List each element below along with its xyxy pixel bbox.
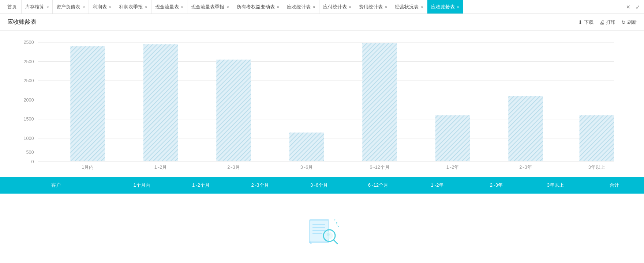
svg-text:6~12个月: 6~12个月 <box>370 165 389 170</box>
tab-close-ar-aging[interactable]: × <box>457 5 459 9</box>
tab-cashflow[interactable]: 现金流量表 × <box>151 0 187 14</box>
th-total: 合计 <box>585 177 644 194</box>
download-button[interactable]: ⬇ 下载 <box>578 19 594 26</box>
svg-point-34 <box>327 233 330 236</box>
svg-text:1~2月: 1~2月 <box>154 165 167 170</box>
svg-text:1000: 1000 <box>23 136 34 141</box>
tab-close-equity[interactable]: × <box>277 5 279 9</box>
svg-text:1500: 1500 <box>23 117 34 122</box>
tab-expense-stat[interactable]: 费用统计表 × <box>355 0 391 14</box>
tab-home-label: 首页 <box>7 4 17 10</box>
svg-point-32 <box>326 232 333 239</box>
empty-doc-icon <box>304 216 340 248</box>
svg-point-36 <box>338 226 339 227</box>
tab-equity[interactable]: 所有者权益变动表 × <box>233 0 283 14</box>
tab-ar-aging[interactable]: 应收账龄表 × <box>427 0 463 14</box>
svg-text:1~2年: 1~2年 <box>446 165 459 170</box>
bar-4 <box>289 133 324 161</box>
th-2-3year: 2~3年 <box>467 177 526 194</box>
svg-text:2500: 2500 <box>23 40 34 45</box>
svg-text:1月内: 1月内 <box>82 165 94 170</box>
bar-2 <box>143 44 178 161</box>
print-icon: 🖨 <box>599 19 604 25</box>
tab-close-profit-quarterly[interactable]: × <box>145 5 147 9</box>
main-content: 2500 2500 2500 2000 1500 1000 500 0 <box>0 31 644 263</box>
tab-profit[interactable]: 利润表 × <box>89 0 115 14</box>
header-actions: ⬇ 下载 🖨 打印 ↻ 刷新 <box>578 19 637 26</box>
table-header: 客户 1个月内 1~2个月 2~3个月 3~6个月 6~12个月 1~2年 2~… <box>0 177 644 194</box>
svg-text:2500: 2500 <box>23 59 34 64</box>
tab-close-profit[interactable]: × <box>109 5 111 9</box>
th-3plus-year: 3年以上 <box>526 177 585 194</box>
refresh-icon: ↻ <box>621 19 626 25</box>
svg-text:3~6月: 3~6月 <box>300 165 313 170</box>
tab-inventory[interactable]: 库存核算 × <box>22 0 53 14</box>
tab-cashflow-quarterly[interactable]: 现金流量表季报 × <box>187 0 233 14</box>
th-1month: 1个月内 <box>112 177 171 194</box>
svg-text:2~3年: 2~3年 <box>519 165 532 170</box>
svg-line-38 <box>336 224 338 226</box>
window-controls: ✕ ⤢ <box>622 4 641 10</box>
svg-text:0: 0 <box>31 159 34 164</box>
tab-close-inventory[interactable]: × <box>46 5 49 9</box>
tab-ap-stat[interactable]: 应付统计表 × <box>319 0 355 14</box>
page-header: 应收账龄表 ⬇ 下载 🖨 打印 ↻ 刷新 <box>0 14 644 31</box>
bar-6 <box>435 115 470 161</box>
bar-chart: 2500 2500 2500 2000 1500 1000 500 0 <box>15 38 629 169</box>
maximize-window-button[interactable]: ⤢ <box>634 4 641 10</box>
svg-text:3年以上: 3年以上 <box>588 165 605 170</box>
empty-illustration <box>304 216 340 248</box>
th-2-3month: 2~3个月 <box>231 177 289 194</box>
svg-text:500: 500 <box>26 150 34 155</box>
tab-close-ar-stat[interactable]: × <box>313 5 315 9</box>
svg-text:2~3月: 2~3月 <box>227 165 240 170</box>
svg-text:2000: 2000 <box>23 98 34 103</box>
th-3-6month: 3~6个月 <box>289 177 348 194</box>
bar-7 <box>508 96 543 161</box>
tab-close-cashflow[interactable]: × <box>181 5 183 9</box>
print-button[interactable]: 🖨 打印 <box>599 19 615 26</box>
tab-ar-stat[interactable]: 应收统计表 × <box>283 0 319 14</box>
svg-point-35 <box>336 222 337 224</box>
download-icon: ⬇ <box>578 19 583 25</box>
tab-close-expense-stat[interactable]: × <box>385 5 387 9</box>
tab-balance[interactable]: 资产负债表 × <box>53 0 89 14</box>
tab-home[interactable]: 首页 <box>3 0 22 14</box>
close-window-button[interactable]: ✕ <box>625 4 632 10</box>
bar-8 <box>580 115 614 161</box>
th-1-2month: 1~2个月 <box>171 177 230 194</box>
bar-5 <box>362 43 397 161</box>
tab-operations[interactable]: 经营状况表 × <box>391 0 427 14</box>
tab-close-balance[interactable]: × <box>82 5 85 9</box>
svg-text:2500: 2500 <box>23 78 34 83</box>
th-1-2year: 1~2年 <box>408 177 467 194</box>
tab-bar: 首页 库存核算 × 资产负债表 × 利润表 × 利润表季报 × 现金流量表 × … <box>0 0 644 14</box>
empty-state <box>0 194 644 263</box>
th-6-12month: 6~12个月 <box>349 177 408 194</box>
refresh-button[interactable]: ↻ 刷新 <box>621 19 637 26</box>
tab-close-ap-stat[interactable]: × <box>349 5 351 9</box>
tab-close-cashflow-quarterly[interactable]: × <box>226 5 229 9</box>
page-title: 应收账龄表 <box>7 18 37 26</box>
svg-point-37 <box>334 220 336 221</box>
bar-1 <box>70 46 105 161</box>
svg-line-33 <box>334 240 337 244</box>
tab-profit-quarterly[interactable]: 利润表季报 × <box>115 0 151 14</box>
bar-3 <box>216 60 251 161</box>
th-customer: 客户 <box>0 177 112 194</box>
chart-area: 2500 2500 2500 2000 1500 1000 500 0 <box>0 31 644 177</box>
tab-close-operations[interactable]: × <box>421 5 423 9</box>
